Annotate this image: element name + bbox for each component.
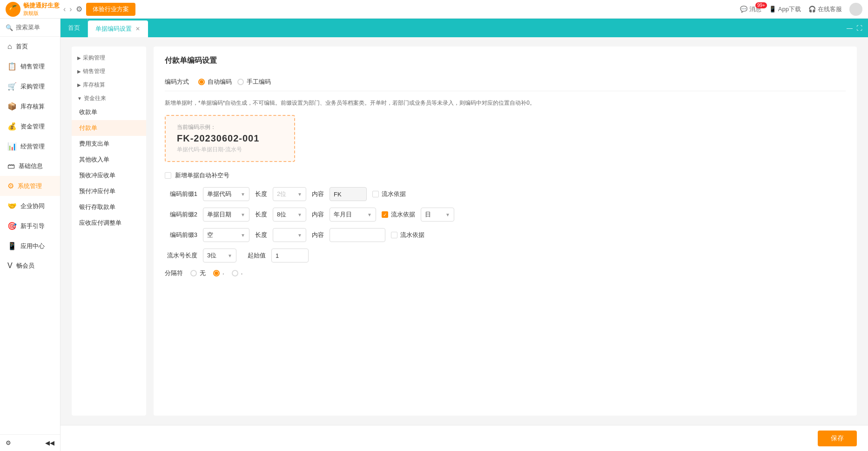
sidebar-item-basic[interactable]: 🗃 基础信息 bbox=[0, 156, 60, 176]
prefix2-length-arrow: ▼ bbox=[297, 212, 302, 217]
app-download-button[interactable]: 📱 App下载 bbox=[769, 5, 801, 13]
prefix2-select[interactable]: 单据日期 ▼ bbox=[203, 208, 249, 222]
prefix3-content-label: 内容 bbox=[312, 231, 324, 239]
search-icon: 🔍 bbox=[6, 24, 13, 31]
prefix1-content-input[interactable]: FK bbox=[330, 187, 367, 201]
tab-close-button[interactable]: ✕ bbox=[135, 26, 140, 32]
prefix2-liushui-select[interactable]: 日 ▼ bbox=[421, 208, 454, 222]
prefix1-dropdown-arrow: ▼ bbox=[241, 192, 245, 197]
left-nav-item-receipt[interactable]: 收款单 bbox=[72, 104, 146, 120]
left-nav: ▶ 采购管理 ▶ 销售管理 ▶ 库存核算 ▼ 资金往来 bbox=[72, 47, 146, 416]
sidebar-item-purchase[interactable]: 🛒 采购管理 bbox=[0, 76, 60, 96]
prefix2-length-select[interactable]: 8位 ▼ bbox=[273, 208, 306, 222]
prefix2-liushui-checkbox[interactable]: ✓ bbox=[382, 211, 388, 218]
prefix1-liushui-check: 流水依据 bbox=[372, 190, 406, 198]
sidebar: 🔍 搜索菜单 ⌂ 首页 📋 销售管理 🛒 采购管理 📦 库存核算 💰 资金管理 … bbox=[0, 19, 61, 451]
prefix2-content-select[interactable]: 年月日 ▼ bbox=[330, 208, 376, 222]
nav-back-arrow[interactable]: ‹ bbox=[63, 5, 66, 13]
prefix3-select[interactable]: 空 ▼ bbox=[203, 228, 249, 242]
prefix3-liushui-checkbox[interactable] bbox=[391, 232, 397, 238]
window-maximize-icon[interactable]: ⛶ bbox=[856, 25, 862, 32]
left-nav-item-advance-receipt[interactable]: 预收冲应收单 bbox=[72, 168, 146, 183]
tab-home[interactable]: 首页 bbox=[61, 19, 88, 37]
content-layout: ▶ 采购管理 ▶ 销售管理 ▶ 库存核算 ▼ 资金往来 bbox=[72, 47, 857, 416]
bottom-bar: 保存 bbox=[61, 425, 868, 451]
tab-bar-right: — ⛶ bbox=[841, 25, 868, 32]
window-minimize-icon[interactable]: — bbox=[847, 25, 853, 32]
user-avatar[interactable] bbox=[849, 3, 862, 16]
settings-icon[interactable]: ⚙ bbox=[76, 5, 82, 13]
auto-fill-checkbox-row: 新增单据自动补空号 bbox=[165, 171, 846, 180]
sidebar-item-guide[interactable]: 🎯 新手引导 bbox=[0, 216, 60, 236]
separator-dot-option[interactable]: · bbox=[213, 270, 224, 277]
prefix2-label: 编码前缀2 bbox=[165, 210, 197, 219]
nav-forward-arrow[interactable]: › bbox=[69, 5, 72, 13]
online-service-button[interactable]: 🎧 在线客服 bbox=[808, 5, 842, 13]
sidebar-item-inventory[interactable]: 📦 库存核算 bbox=[0, 96, 60, 116]
prefix3-length-arrow: ▼ bbox=[297, 233, 302, 238]
prefix1-select[interactable]: 单据代码 ▼ bbox=[203, 187, 249, 201]
finance-icon: 💰 bbox=[7, 122, 17, 131]
left-nav-item-adjustment[interactable]: 应收应付调整单 bbox=[72, 215, 146, 231]
download-icon: 📱 bbox=[769, 6, 776, 13]
auto-encoding-radio[interactable]: 自动编码 bbox=[198, 78, 232, 86]
brand-icon: 🍊 bbox=[6, 2, 20, 17]
prefix1-length-select[interactable]: 2位 ▼ bbox=[273, 187, 306, 201]
separator-dot2-option[interactable]: · bbox=[232, 270, 243, 277]
sidebar-search[interactable]: 🔍 搜索菜单 bbox=[0, 19, 60, 37]
apps-icon: 📱 bbox=[7, 242, 17, 250]
info-text: 新增单据时，*单据编码*自动生成，不可编辑。前缀设置为部门、业务员等档案类。开单… bbox=[165, 99, 846, 108]
top-bar-right: 💬 消息 99+ 📱 App下载 🎧 在线客服 bbox=[740, 3, 862, 16]
trial-button[interactable]: 体验行业方案 bbox=[86, 3, 135, 16]
left-nav-item-payment[interactable]: 付款单 bbox=[72, 120, 146, 136]
left-nav-group-inventory[interactable]: ▶ 库存核算 bbox=[72, 77, 146, 91]
sidebar-item-apps[interactable]: 📱 应用中心 bbox=[0, 236, 60, 256]
sidebar-item-operation[interactable]: 📊 经营管理 bbox=[0, 136, 60, 156]
left-nav-item-expense[interactable]: 费用支出单 bbox=[72, 136, 146, 152]
inventory-icon: 📦 bbox=[7, 102, 17, 111]
message-button[interactable]: 💬 消息 99+ bbox=[740, 5, 761, 13]
separator-none-option[interactable]: 无 bbox=[190, 269, 206, 277]
encoding-method-label: 编码方式 bbox=[165, 78, 189, 86]
content: ▶ 采购管理 ▶ 销售管理 ▶ 库存核算 ▼ 资金往来 bbox=[61, 37, 868, 425]
left-nav-item-bank[interactable]: 银行存取款单 bbox=[72, 199, 146, 215]
sidebar-settings-icon[interactable]: ⚙ bbox=[6, 439, 11, 446]
prefix1-label: 编码前缀1 bbox=[165, 190, 197, 198]
prefix2-content-arrow: ▼ bbox=[367, 212, 372, 217]
chat-icon: 💬 bbox=[740, 6, 747, 13]
sidebar-item-finance[interactable]: 💰 资金管理 bbox=[0, 116, 60, 136]
left-nav-group-capital[interactable]: ▼ 资金往来 bbox=[72, 91, 146, 104]
preview-desc: 单据代码-单据日期-流水号 bbox=[177, 146, 283, 154]
sidebar-item-home[interactable]: ⌂ 首页 bbox=[0, 37, 60, 56]
tab-encoding-settings[interactable]: 单据编码设置 ✕ bbox=[88, 20, 148, 37]
prefix3-content-input[interactable] bbox=[330, 228, 385, 242]
serial-length-label: 流水号长度 bbox=[165, 251, 197, 260]
operation-icon: 📊 bbox=[7, 142, 17, 151]
left-nav-item-other-income[interactable]: 其他收入单 bbox=[72, 152, 146, 168]
prefix2-content-label: 内容 bbox=[312, 210, 324, 219]
prefix1-liushui-checkbox[interactable] bbox=[372, 191, 379, 197]
sidebar-item-sales[interactable]: 📋 销售管理 bbox=[0, 56, 60, 76]
sidebar-item-system[interactable]: ⚙ 系统管理 bbox=[0, 176, 60, 196]
save-button[interactable]: 保存 bbox=[818, 431, 857, 446]
auto-fill-checkbox[interactable] bbox=[165, 172, 171, 179]
sidebar-item-enterprise[interactable]: 🤝 企业协同 bbox=[0, 196, 60, 216]
left-nav-item-advance-payment[interactable]: 预付冲应付单 bbox=[72, 183, 146, 199]
top-bar-left: 🍊 畅捷通好生意 旗舰版 ‹ › ⚙ 体验行业方案 bbox=[6, 2, 135, 17]
basic-icon: 🗃 bbox=[7, 162, 15, 170]
preview-label: 当前编码示例： bbox=[177, 123, 283, 131]
page-title: 付款单编码设置 bbox=[165, 56, 846, 66]
preview-box: 当前编码示例： FK-20230602-001 单据代码-单据日期-流水号 bbox=[165, 115, 295, 162]
separator-none-circle bbox=[190, 270, 197, 276]
serial-length-select[interactable]: 3位 ▼ bbox=[203, 249, 236, 263]
left-nav-group-purchase[interactable]: ▶ 采购管理 bbox=[72, 50, 146, 64]
prefix-row-2: 编码前缀2 单据日期 ▼ 长度 8位 ▼ 内容 年月日 bbox=[165, 208, 846, 222]
prefix3-label: 编码前缀3 bbox=[165, 231, 197, 239]
service-icon: 🎧 bbox=[808, 6, 816, 13]
manual-encoding-radio[interactable]: 手工编码 bbox=[237, 78, 271, 86]
left-nav-group-sales[interactable]: ▶ 销售管理 bbox=[72, 64, 146, 77]
start-value-input[interactable]: 1 bbox=[271, 249, 309, 263]
sidebar-collapse-icon[interactable]: ◀◀ bbox=[45, 439, 54, 446]
sidebar-item-vip[interactable]: V 畅会员 bbox=[0, 256, 60, 276]
prefix3-length-select[interactable]: ▼ bbox=[273, 228, 306, 242]
